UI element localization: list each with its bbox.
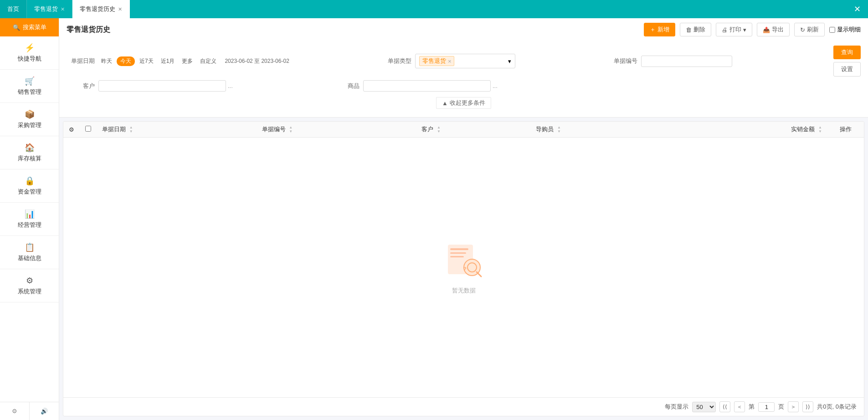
add-icon: ＋ xyxy=(650,26,656,34)
sidebar-item-purchase[interactable]: 📦 采购管理 xyxy=(0,103,59,136)
select-all-checkbox[interactable] xyxy=(85,126,91,132)
last-page-button[interactable]: ⟩⟩ xyxy=(802,401,813,412)
th-amount-label: 实销金额 xyxy=(791,126,815,133)
sidebar-bottom: ⚙ 🔊 xyxy=(0,402,59,420)
type-tag-close[interactable]: × xyxy=(448,58,452,65)
page-input[interactable] xyxy=(758,402,775,412)
th-customer-label: 客户 xyxy=(421,126,433,133)
tab-retail-return-close[interactable]: ✕ xyxy=(61,6,65,12)
sidebar: 🔍 搜索菜单 ⚡ 快捷导航 🛒 销售管理 📦 采购管理 🏠 库存核算 🔒 资金管… xyxy=(0,18,59,420)
total-text: 共0页, 0条记录 xyxy=(817,403,857,411)
sidebar-item-purchase-label: 采购管理 xyxy=(18,121,41,129)
window-close-button[interactable]: ✕ xyxy=(847,4,868,14)
table-gear-icon[interactable]: ⚙ xyxy=(69,126,74,133)
empty-state: ? 暂无数据 xyxy=(63,138,864,397)
export-label: 导出 xyxy=(772,26,784,34)
type-selector[interactable]: 零售退货 × ▾ xyxy=(415,54,515,68)
refresh-icon: ↻ xyxy=(800,26,805,33)
tab-retail-return-history[interactable]: 零售退货历史 ✕ xyxy=(72,0,130,18)
sort-number-icon[interactable]: ▲▼ xyxy=(289,126,293,133)
th-actions: 操作 xyxy=(827,122,864,138)
sidebar-search-label: 搜索菜单 xyxy=(23,23,46,31)
sort-guide-icon[interactable]: ▲▼ xyxy=(557,126,561,133)
sidebar-item-quick-nav[interactable]: ⚡ 快捷导航 xyxy=(0,36,59,70)
first-page-button[interactable]: ⟨⟨ xyxy=(719,401,730,412)
date-options: 昨天 今天 近7天 近1月 更多 自定义 2023-06-02 至 2023-0… xyxy=(98,56,289,66)
header-row: ⚙ 单据日期 ▲▼ xyxy=(63,122,864,138)
number-input[interactable] xyxy=(641,56,732,67)
sort-customer-icon[interactable]: ▲▼ xyxy=(437,126,441,133)
export-button[interactable]: 📤 导出 xyxy=(757,23,790,36)
table-container: ⚙ 单据日期 ▲▼ xyxy=(63,121,864,416)
sidebar-item-basic-info[interactable]: 📋 基础信息 xyxy=(0,236,59,269)
inventory-icon: 🏠 xyxy=(25,143,35,153)
main-layout: 🔍 搜索菜单 ⚡ 快捷导航 🛒 销售管理 📦 采购管理 🏠 库存核算 🔒 资金管… xyxy=(0,18,868,420)
date-yesterday[interactable]: 昨天 xyxy=(98,56,115,66)
empty-text: 暂无数据 xyxy=(452,287,476,295)
sidebar-item-sales[interactable]: 🛒 销售管理 xyxy=(0,70,59,103)
tab-list: 首页 零售退货 ✕ 零售退货历史 ✕ xyxy=(0,0,847,18)
show-detail-checkbox[interactable] xyxy=(829,27,835,33)
date-range-value: 2023-06-02 至 2023-06-02 xyxy=(225,57,289,65)
prev-page-button[interactable]: ＜ xyxy=(734,401,745,412)
show-detail-checkbox-wrapper[interactable]: 显示明细 xyxy=(829,26,861,34)
svg-rect-1 xyxy=(450,248,468,250)
date-today[interactable]: 今天 xyxy=(117,56,135,66)
sidebar-item-system-label: 系统管理 xyxy=(18,287,41,296)
tab-home[interactable]: 首页 xyxy=(0,0,27,18)
query-button[interactable]: 查询 xyxy=(833,46,861,59)
sidebar-item-inventory[interactable]: 🏠 库存核算 xyxy=(0,136,59,169)
sidebar-settings-button[interactable]: ⚙ xyxy=(0,402,30,420)
page-header: 零售退货历史 ＋ 新增 🗑 删除 🖨 打印 ▾ xyxy=(59,18,868,118)
print-button[interactable]: 🖨 打印 ▾ xyxy=(716,23,752,36)
delete-button[interactable]: 🗑 删除 xyxy=(680,23,711,36)
collapse-label: 收起更多条件 xyxy=(450,99,485,107)
date-1month[interactable]: 近1月 xyxy=(158,56,178,66)
collapse-button[interactable]: ▲ 收起更多条件 xyxy=(436,97,491,109)
th-number: 单据编号 ▲▼ xyxy=(257,122,416,138)
purchase-icon: 📦 xyxy=(25,109,35,119)
svg-rect-2 xyxy=(450,252,466,254)
sidebar-item-finance-label: 资金管理 xyxy=(18,188,41,196)
add-label: 新增 xyxy=(657,26,669,34)
type-label: 单据类型 xyxy=(383,57,415,65)
page-title-row: 零售退货历史 ＋ 新增 🗑 删除 🖨 打印 ▾ xyxy=(67,23,861,36)
filter-settings-button[interactable]: 设置 xyxy=(833,62,861,77)
finance-icon: 🔒 xyxy=(25,176,35,186)
date-more[interactable]: 更多 xyxy=(179,56,195,66)
settings-icon: ⚙ xyxy=(12,408,17,415)
tab-home-label: 首页 xyxy=(7,5,19,13)
sidebar-item-finance[interactable]: 🔒 资金管理 xyxy=(0,169,59,203)
collapse-bar: ▲ 收起更多条件 xyxy=(67,95,861,113)
content-area: 零售退货历史 ＋ 新增 🗑 删除 🖨 打印 ▾ xyxy=(59,18,868,420)
th-amount: 实销金额 ▲▼ xyxy=(668,122,827,138)
sidebar-search[interactable]: 🔍 搜索菜单 xyxy=(0,18,59,36)
date-custom[interactable]: 自定义 xyxy=(197,56,219,66)
th-checkbox xyxy=(80,122,97,138)
date-7days[interactable]: 近7天 xyxy=(137,56,156,66)
sort-date-icon[interactable]: ▲▼ xyxy=(129,126,133,133)
sidebar-sound-button[interactable]: 🔊 xyxy=(30,402,59,420)
refresh-button[interactable]: ↻ 刷新 xyxy=(794,23,825,36)
sidebar-item-system[interactable]: ⚙ 系统管理 xyxy=(0,269,59,302)
page-size-select[interactable]: 50 100 200 xyxy=(692,402,716,412)
sidebar-item-operations[interactable]: 📊 经营管理 xyxy=(0,203,59,236)
collapse-icon: ▲ xyxy=(442,100,448,107)
th-date-label: 单据日期 xyxy=(102,126,126,133)
tab-retail-return[interactable]: 零售退货 ✕ xyxy=(27,0,72,18)
filter-row-customer: 客户 ... 商品 ... xyxy=(67,80,861,92)
quick-nav-icon: ⚡ xyxy=(25,43,35,53)
goods-input[interactable] xyxy=(363,80,491,92)
goods-ellipsis: ... xyxy=(493,82,498,89)
system-icon: ⚙ xyxy=(26,276,33,286)
add-button[interactable]: ＋ 新增 xyxy=(644,23,675,36)
tab-retail-return-history-close[interactable]: ✕ xyxy=(118,6,122,12)
delete-icon: 🗑 xyxy=(686,26,692,33)
sidebar-item-sales-label: 销售管理 xyxy=(18,88,41,96)
sort-amount-icon[interactable]: ▲▼ xyxy=(818,126,822,133)
customer-input[interactable] xyxy=(98,80,226,92)
type-selector-arrow: ▾ xyxy=(508,58,511,65)
basic-info-icon: 📋 xyxy=(25,242,35,252)
customer-label: 客户 xyxy=(67,82,98,90)
next-page-button[interactable]: ＞ xyxy=(788,401,799,412)
